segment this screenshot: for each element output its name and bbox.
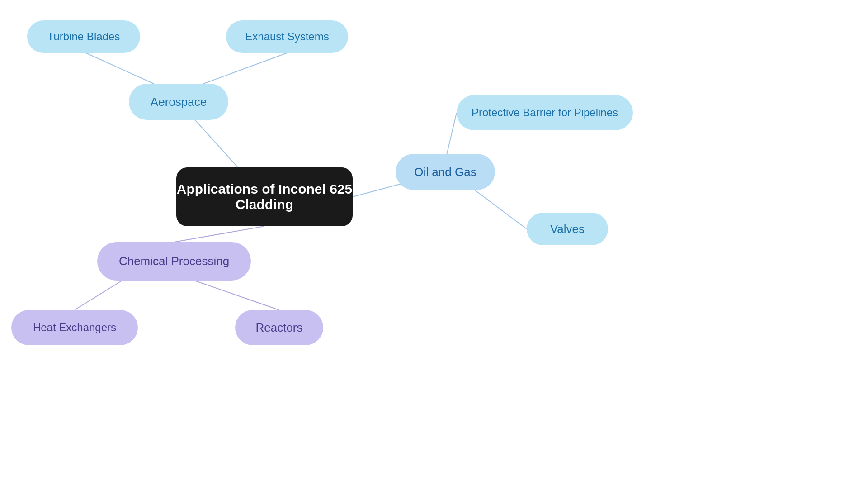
turbine-blades-node: Turbine Blades [27, 20, 140, 53]
aerospace-label: Aerospace [151, 95, 207, 109]
exhaust-systems-label: Exhaust Systems [245, 30, 329, 43]
exhaust-systems-node: Exhaust Systems [226, 20, 348, 53]
oil-and-gas-node: Oil and Gas [396, 154, 495, 190]
svg-line-1 [86, 53, 154, 84]
center-node: Applications of Inconel 625 Cladding [176, 167, 353, 226]
svg-line-7 [75, 281, 122, 310]
aerospace-node: Aerospace [129, 84, 228, 120]
chemical-processing-label: Chemical Processing [119, 254, 229, 268]
reactors-node: Reactors [235, 310, 323, 345]
oil-and-gas-label: Oil and Gas [414, 165, 476, 179]
center-node-label: Applications of Inconel 625 Cladding [176, 181, 353, 212]
protective-barrier-node: Protective Barrier for Pipelines [457, 95, 633, 130]
turbine-blades-label: Turbine Blades [47, 30, 120, 43]
heat-exchangers-node: Heat Exchangers [11, 310, 138, 345]
svg-line-2 [203, 53, 287, 84]
svg-line-8 [194, 281, 279, 310]
chemical-processing-node: Chemical Processing [97, 242, 251, 281]
svg-line-5 [466, 183, 527, 229]
valves-node: Valves [527, 213, 608, 245]
svg-line-6 [174, 226, 264, 242]
protective-barrier-label: Protective Barrier for Pipelines [472, 106, 618, 119]
valves-label: Valves [550, 222, 585, 236]
reactors-label: Reactors [255, 321, 302, 335]
heat-exchangers-label: Heat Exchangers [33, 321, 116, 334]
